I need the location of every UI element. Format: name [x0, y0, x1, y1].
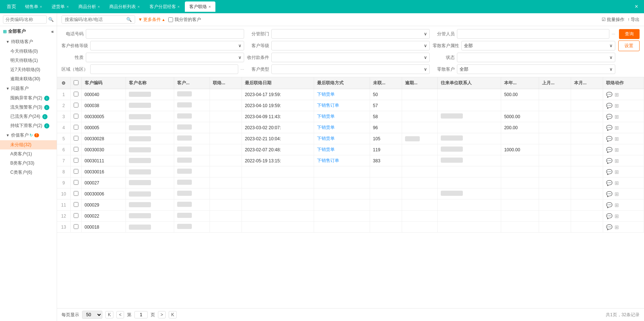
sidebar-item-class-b[interactable]: B类客户(33) [0, 159, 57, 168]
cust-level-select[interactable]: ∨ [271, 41, 430, 50]
grid-action-icon[interactable]: ⊞ [615, 202, 619, 208]
row-checkbox[interactable] [74, 147, 78, 152]
sidebar-item-churn-warn[interactable]: 流失预警客户(3) i [0, 103, 57, 112]
row-check[interactable] [70, 133, 81, 144]
row-check[interactable] [70, 188, 81, 200]
last-method-link[interactable]: 下销货单 [317, 92, 335, 97]
message-icon[interactable]: 💬 [606, 191, 612, 197]
nav-tab-customer-contact[interactable]: 客户联络 × [185, 1, 215, 12]
refresh-icon[interactable]: ↻ [29, 133, 33, 138]
retail-attr-select[interactable]: 全部 ∨ [461, 41, 615, 50]
row-checkbox[interactable] [74, 92, 78, 96]
status-select[interactable]: ∨ [457, 53, 615, 62]
last-method-link[interactable]: 下销售订单 [317, 103, 339, 108]
manager-select[interactable] [457, 29, 609, 39]
page-size-select[interactable]: 50 100 200 [82, 311, 102, 319]
message-icon[interactable]: 💬 [606, 180, 612, 186]
main-search-icon[interactable]: 🔍 [126, 17, 132, 22]
row-checkbox[interactable] [74, 169, 78, 174]
collapse-sidebar-icon[interactable]: « [51, 29, 54, 34]
last-method-link[interactable]: 下销货单 [317, 136, 335, 141]
window-close-button[interactable]: × [632, 3, 641, 10]
close-purchase-tab[interactable]: × [66, 4, 68, 9]
nav-tab-analysis[interactable]: 商品分析 × [74, 1, 104, 12]
row-checkbox[interactable] [74, 180, 78, 185]
row-checkbox[interactable] [74, 213, 78, 218]
close-analysis-tab[interactable]: × [98, 4, 100, 9]
grid-action-icon[interactable]: ⊞ [615, 136, 619, 142]
close-segment-tab[interactable]: × [177, 4, 180, 9]
query-button[interactable]: 查询 [619, 29, 640, 39]
close-sales-tab[interactable]: × [40, 4, 42, 9]
grid-action-icon[interactable]: ⊞ [615, 180, 619, 186]
sidebar-item-overdue[interactable]: 逾期未联络(30) [0, 74, 57, 84]
sidebar-item-tomorrow[interactable]: 明天待联络(1) [0, 56, 57, 65]
sidebar-item-7days[interactable]: 近7天待联络(0) [0, 65, 57, 74]
row-check[interactable] [70, 200, 81, 211]
price-level-select[interactable]: ∨ [90, 41, 244, 50]
close-analysis-list-tab[interactable]: × [137, 4, 140, 9]
row-check[interactable] [70, 144, 81, 155]
sidebar-item-churned[interactable]: 已流失客户(24) i [0, 112, 57, 121]
message-icon[interactable]: 💬 [606, 147, 612, 153]
grid-action-icon[interactable]: ⊞ [615, 213, 619, 219]
page-input[interactable] [134, 311, 148, 318]
sidebar-item-abnormal[interactable]: 囤购异常客户(2) i [0, 94, 57, 103]
last-method-link[interactable]: 下销货单 [317, 125, 335, 130]
message-icon[interactable]: 💬 [606, 136, 612, 142]
next-page-btn[interactable]: > [158, 311, 166, 318]
sidebar-item-declining[interactable]: 持续下滑客户(2) i [0, 121, 57, 130]
manager-dots[interactable]: ··· [612, 31, 615, 36]
my-customers-checkbox[interactable]: 我分管的客户 [168, 17, 201, 23]
phone-input[interactable] [86, 29, 244, 39]
sidebar-item-today[interactable]: 今天待联络(0) [0, 47, 57, 56]
col-check-all[interactable] [70, 77, 81, 89]
sidebar-all-customers[interactable]: ⊞ 全部客户 « [0, 26, 57, 37]
last-method-link[interactable]: 下销售订单 [317, 158, 339, 163]
nav-tab-customer-segment[interactable]: 客户分层经客 × [145, 1, 184, 12]
region-select[interactable] [90, 64, 238, 74]
sidebar-item-ungrouped[interactable]: 未分组(32) [0, 140, 57, 149]
grid-action-icon[interactable]: ⊞ [615, 103, 619, 109]
export-btn[interactable]: ↑ 导出 [627, 17, 640, 23]
message-icon[interactable]: 💬 [606, 169, 612, 175]
message-icon[interactable]: 💬 [606, 125, 612, 131]
row-checkbox[interactable] [74, 136, 78, 141]
row-checkbox[interactable] [74, 224, 78, 229]
prev-page-btn[interactable]: < [116, 311, 124, 318]
reset-button[interactable]: 设置 [618, 40, 640, 51]
grid-action-icon[interactable]: ⊞ [615, 125, 619, 131]
check-all[interactable] [74, 80, 78, 85]
message-icon[interactable]: 💬 [606, 224, 612, 230]
row-checkbox[interactable] [74, 202, 78, 207]
row-check[interactable] [70, 89, 81, 100]
nav-home[interactable]: 首页 [3, 3, 20, 10]
grid-action-icon[interactable]: ⊞ [615, 224, 619, 230]
sidebar-search-icon[interactable]: 🔍 [48, 17, 54, 22]
row-check[interactable] [70, 111, 81, 122]
close-contact-tab[interactable]: × [208, 4, 211, 9]
grid-action-icon[interactable]: ⊞ [615, 191, 619, 197]
col-settings[interactable]: ⚙ [57, 77, 70, 89]
last-page-btn[interactable]: K [169, 311, 177, 318]
batch-op-btn[interactable]: ☑ 批量操作 [602, 17, 624, 23]
first-page-btn[interactable]: K [105, 311, 113, 318]
sidebar-item-class-c[interactable]: C类客户(6) [0, 168, 57, 177]
row-check[interactable] [70, 122, 81, 133]
row-checkbox[interactable] [74, 125, 78, 130]
main-search-input[interactable] [65, 17, 125, 22]
last-method-link[interactable]: 下销货单 [317, 147, 335, 152]
sidebar-search-input[interactable] [3, 15, 47, 24]
message-icon[interactable]: 💬 [606, 103, 612, 109]
row-check[interactable] [70, 155, 81, 166]
sidebar-group-pending[interactable]: ▼ 待联络客户 [0, 37, 57, 47]
dept-select[interactable]: ∨ [271, 29, 430, 39]
message-icon[interactable]: 💬 [606, 114, 612, 120]
nature-select[interactable]: ∨ [86, 53, 244, 62]
cust-type-select[interactable]: ∨ [271, 64, 430, 74]
row-check[interactable] [70, 222, 81, 233]
grid-action-icon[interactable]: ⊞ [615, 92, 619, 98]
more-filters-btn[interactable]: ▼ 更多条件 ▲ [138, 17, 165, 23]
message-icon[interactable]: 💬 [606, 158, 612, 164]
payment-select[interactable]: ∨ [271, 53, 430, 62]
